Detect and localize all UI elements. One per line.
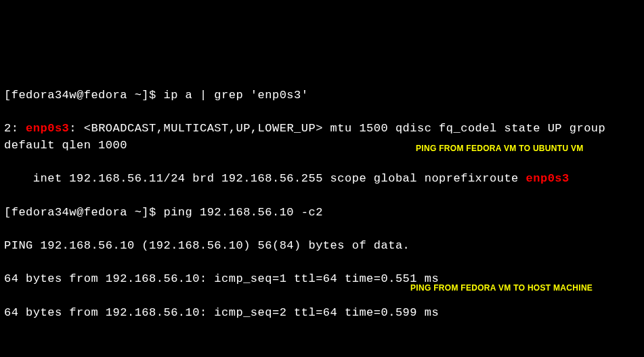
- command-text: ip a | grep 'enp0s3': [163, 89, 308, 102]
- blank-line: [4, 338, 640, 355]
- terminal-line: 64 bytes from 192.168.56.10: icmp_seq=2 …: [4, 305, 640, 322]
- terminal-line: inet 192.168.56.11/24 brd 192.168.56.255…: [4, 171, 640, 188]
- terminal-line: [fedora34w@fedora ~]$ ping 192.168.56.10…: [4, 205, 640, 222]
- shell-prompt: [fedora34w@fedora ~]$: [4, 89, 163, 102]
- output-text: 2:: [4, 122, 26, 135]
- terminal-line: [fedora34w@fedora ~]$ ip a | grep 'enp0s…: [4, 87, 640, 104]
- annotation-label: PING FROM FEDORA VM TO UBUNTU VM: [416, 143, 584, 154]
- output-text: inet 192.168.56.11/24 brd 192.168.56.255…: [4, 172, 526, 185]
- terminal-line: PING 192.168.56.10 (192.168.56.10) 56(84…: [4, 238, 640, 255]
- interface-name: enp0s3: [26, 122, 69, 135]
- shell-prompt: [fedora34w@fedora ~]$: [4, 206, 163, 219]
- interface-name: enp0s3: [526, 172, 570, 185]
- annotation-label: PING FROM FEDORA VM TO HOST MACHINE: [410, 282, 593, 294]
- terminal-output: [fedora34w@fedora ~]$ ip a | grep 'enp0s…: [4, 71, 640, 357]
- command-text: ping 192.168.56.10 -c2: [163, 206, 322, 219]
